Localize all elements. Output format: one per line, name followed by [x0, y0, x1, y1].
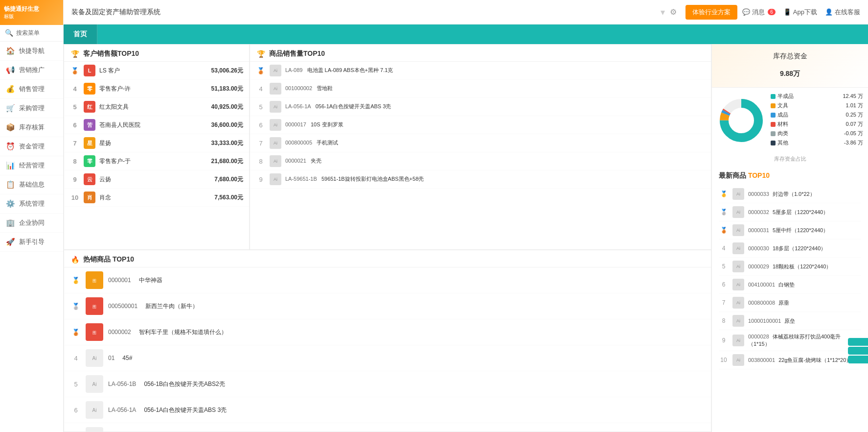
sidebar-item-system[interactable]: ⚙️ 系统管理	[0, 194, 63, 214]
rank-number: 8	[256, 158, 266, 165]
product-name: 原垂	[778, 300, 789, 306]
rank-number: 6	[256, 121, 266, 129]
service-community-button[interactable]: 服务社区	[848, 347, 868, 355]
topbar-right: 💬 消息 6 📱 App下载 👤 在线客服	[742, 8, 860, 17]
product-code: 0000032	[748, 209, 769, 215]
main-area: 装备及固定资产辅助管理系统 ▾ ⚙ 体验行业方案 💬 消息 6 📱 App下载 …	[64, 0, 868, 432]
legend-item: 半成品 12.45 万	[771, 93, 863, 100]
legend-dot	[771, 131, 776, 136]
rank-number: 🥉	[256, 67, 266, 74]
app-download-button[interactable]: 📱 App下载	[783, 8, 817, 17]
sidebar-item-guide[interactable]: 🚀 新手引导	[0, 233, 63, 252]
purchase-icon: 🛒	[6, 104, 15, 113]
sidebar-item-enterprise[interactable]: 🏢 企业协同	[0, 214, 63, 233]
rank-number: 8	[719, 317, 729, 324]
top-panels: 🏆 客户销售额TOP10 🥉 L LS 客户 53,006.26元 4	[64, 44, 711, 250]
table-row: 9 Ai LA-59651-1B 59651-1B旋转投影灯电池盒ABS黑色+5…	[250, 170, 711, 189]
sales-icon: 💰	[6, 85, 15, 94]
product-code: 10000100001	[748, 318, 781, 324]
product-info: 0000029 18颗粒板（1220*2440）	[748, 263, 861, 270]
rank-number: 9	[256, 176, 266, 183]
search-label: 搜索菜单	[16, 29, 40, 37]
table-row: 5 Ai LA-056-1A 056-1A白色按键开关盖ABS 3壳	[250, 98, 711, 116]
tab-home[interactable]: 首页	[64, 24, 97, 44]
nav-label: 基础信息	[19, 180, 45, 189]
topbar: 装备及固定资产辅助管理系统 ▾ ⚙ 体验行业方案 💬 消息 6 📱 App下载 …	[64, 0, 868, 24]
stock-unit: 万	[793, 70, 800, 77]
table-row: 7 Ai NB2.0X30B 2.0X30MM双搓花轴,搓花直径2.1MM/RO…	[64, 423, 711, 432]
product-code: 004100001	[748, 282, 775, 288]
nav-label: 系统管理	[19, 199, 45, 208]
online-service-label: 在线客服	[835, 8, 860, 17]
rank-number: 7	[70, 140, 80, 147]
legend-value: -3.86 万	[844, 139, 863, 146]
sidebar-item-sales[interactable]: 💰 销售管理	[0, 80, 63, 99]
nav-label: 库存核算	[19, 123, 45, 132]
product-name: 59651-1B旋转投影灯电池盒ABS黑色+58壳	[321, 176, 424, 182]
product-code: 0000030	[748, 245, 769, 251]
dropdown-icon[interactable]: ▾	[661, 7, 665, 18]
legend-dot	[771, 113, 776, 118]
product-name: 056-1B白色按键开关壳ABS2壳	[144, 380, 225, 388]
product-code: LA-056-1A	[108, 407, 136, 413]
product-info: LA-056-1A 056-1A白色按键开关盖ABS 3壳	[285, 103, 705, 110]
right-panel: 库存总资金 9.88万	[711, 44, 868, 432]
customer-service-button[interactable]: 客服热线	[848, 338, 868, 346]
rank-number: 6	[70, 121, 80, 129]
rank-number: 9	[719, 337, 729, 344]
sidebar-item-quick-nav[interactable]: 🏠 快捷导航	[0, 42, 63, 61]
sidebar-item-basic[interactable]: 📋 基础信息	[0, 175, 63, 194]
product-info: 0000033 封边带（1.0*22）	[748, 191, 861, 198]
service-icon: 👤	[825, 8, 833, 16]
table-row: 6 Ai LA-056-1A 056-1A白色按键开关盖ABS 3壳	[64, 397, 711, 423]
gear-icon[interactable]: ⚙	[670, 7, 677, 17]
rank-number: 7	[719, 299, 729, 306]
sidebar-item-inventory[interactable]: 📦 库存核算	[0, 118, 63, 137]
sidebar-item-purchase[interactable]: 🛒 采购管理	[0, 99, 63, 118]
online-service-button[interactable]: 👤 在线客服	[825, 8, 860, 17]
app-download-label: App下载	[793, 8, 817, 17]
customer-name: 星扬	[99, 139, 207, 147]
legend-dot	[771, 94, 776, 99]
product-code: 0000028	[748, 334, 769, 339]
product-info: 0000031 5厘中纤（1220*2440）	[748, 227, 861, 234]
table-row: 4 Ai 001000002 雪地鞋	[250, 80, 711, 98]
customer-amount: 7,680.00元	[214, 175, 243, 184]
new-products-section: 最新商品 TOP10 🥇 Ai 0000033 封边带（1.0*22） 🥈 Ai…	[712, 167, 868, 374]
table-row: 5 Ai LA-056-1B 056-1B白色按键开关壳ABS2壳	[64, 371, 711, 397]
search-menu[interactable]: 🔍 搜索菜单	[0, 25, 63, 42]
product-code: 0000021	[285, 158, 306, 164]
product-code: 000800008	[748, 300, 775, 306]
product-image: Ai	[86, 401, 103, 419]
list-item: 🥇 Ai 0000033 封边带（1.0*22）	[719, 185, 861, 203]
sidebar-item-finance[interactable]: ⏰ 资金管理	[0, 137, 63, 156]
product-name: 45#	[122, 355, 132, 361]
sidebar-item-operation[interactable]: 📊 经营管理	[0, 156, 63, 175]
nav-label: 销售管理	[19, 85, 45, 94]
product-name: 手机测试	[317, 140, 338, 145]
svg-text:图: 图	[92, 305, 96, 309]
rank-number: 🥈	[71, 303, 81, 310]
nav-label: 采购管理	[19, 104, 45, 113]
rank-number: 7	[256, 140, 266, 147]
customer-ranking-list: 🥉 L LS 客户 53,006.26元 4 零 零售客户-许 51,183.0…	[64, 62, 249, 207]
product-info: 0000030 18多层（1220*2440）	[748, 245, 861, 252]
legend-value: -0.05 万	[844, 130, 863, 137]
message-button[interactable]: 💬 消息 6	[742, 8, 776, 17]
experience-button[interactable]: 体验行业方案	[685, 5, 737, 20]
product-code: 0000029	[748, 264, 769, 269]
inventory-icon: 📦	[6, 123, 15, 132]
livestream-button[interactable]: 直播	[848, 356, 868, 363]
table-row: 🥉 Ai LA-089 电池盖 LA-089 ABS本色+黑种 7.1克	[250, 62, 711, 80]
nav-label: 资金管理	[19, 142, 45, 151]
sidebar-item-marketing[interactable]: 📢 营销推广	[0, 61, 63, 80]
product-image: Ai	[86, 349, 103, 367]
donut-chart	[717, 96, 766, 145]
stock-caption: 库存资金占比	[712, 153, 868, 167]
product-image: Ai	[732, 242, 744, 254]
customer-name: 红太阳文具	[99, 103, 207, 111]
table-row: 7 Ai 000800005 手机测试	[250, 134, 711, 152]
product-image: Ai	[732, 315, 744, 327]
search-icon: 🔍	[5, 29, 13, 37]
legend-label: 文具	[777, 102, 844, 109]
